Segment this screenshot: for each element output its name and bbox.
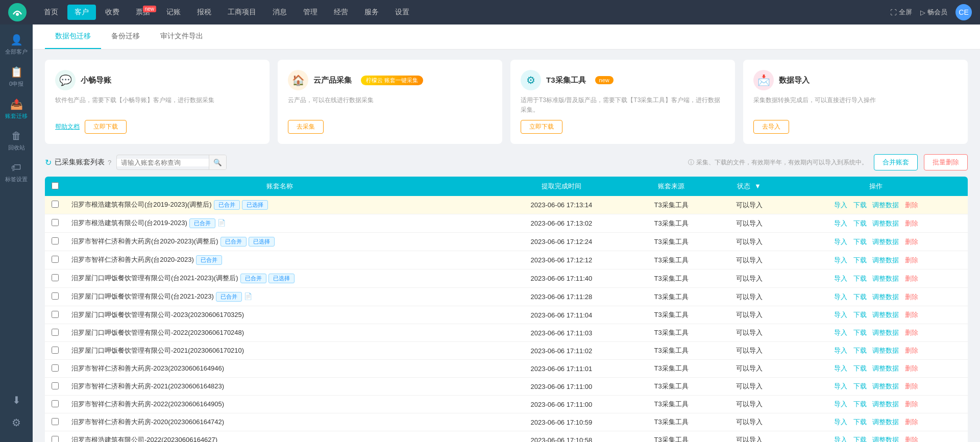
row-checkbox[interactable] bbox=[52, 292, 59, 300]
adjust-link[interactable]: 调整数据 bbox=[872, 293, 899, 301]
import-link[interactable]: 导入 bbox=[834, 311, 847, 318]
download-btn-xiaochangdaozhang[interactable]: 立即下载 bbox=[85, 120, 127, 134]
nav-manage[interactable]: 管理 bbox=[296, 5, 325, 20]
adjust-link[interactable]: 调整数据 bbox=[872, 329, 899, 336]
download-link[interactable]: 下载 bbox=[853, 347, 867, 354]
member-btn[interactable]: ▷ 畅会员 bbox=[920, 8, 947, 17]
download-link[interactable]: 下载 bbox=[853, 238, 867, 245]
adjust-link[interactable]: 调整数据 bbox=[872, 238, 899, 245]
nav-billing[interactable]: 收费 bbox=[98, 5, 127, 20]
nav-home[interactable]: 首页 bbox=[37, 5, 65, 20]
download-btn-t3caiji[interactable]: 立即下载 bbox=[521, 120, 562, 134]
batch-delete-button[interactable]: 批量删除 bbox=[924, 154, 968, 170]
adjust-link[interactable]: 调整数据 bbox=[872, 436, 899, 442]
delete-link[interactable]: 删除 bbox=[905, 219, 918, 227]
import-link[interactable]: 导入 bbox=[834, 293, 847, 301]
import-link[interactable]: 导入 bbox=[834, 347, 847, 354]
download-link[interactable]: 下载 bbox=[853, 329, 867, 336]
download-link[interactable]: 下载 bbox=[853, 436, 867, 442]
tab-data-migration[interactable]: 数据包迁移 bbox=[45, 24, 101, 49]
import-link[interactable]: 导入 bbox=[834, 382, 847, 390]
search-input[interactable] bbox=[117, 159, 209, 166]
delete-link[interactable]: 删除 bbox=[905, 201, 918, 209]
row-checkbox[interactable] bbox=[52, 418, 59, 425]
sidebar-item-tag-settings[interactable]: 🏷 标签设置 bbox=[0, 157, 33, 188]
fullscreen-btn[interactable]: ⛶ 全屏 bbox=[890, 8, 912, 17]
logo[interactable] bbox=[8, 3, 27, 21]
adjust-link[interactable]: 调整数据 bbox=[872, 400, 899, 408]
download-link[interactable]: 下载 bbox=[853, 418, 867, 426]
delete-link[interactable]: 删除 bbox=[905, 238, 918, 245]
help-icon[interactable]: ? bbox=[108, 159, 111, 166]
select-all-checkbox[interactable] bbox=[52, 182, 59, 189]
tab-backup-migration[interactable]: 备份迁移 bbox=[101, 24, 150, 49]
download-link[interactable]: 下载 bbox=[853, 364, 867, 372]
adjust-link[interactable]: 调整数据 bbox=[872, 275, 899, 282]
refresh-icon[interactable]: ↻ bbox=[45, 158, 52, 167]
row-checkbox[interactable] bbox=[52, 256, 59, 263]
adjust-link[interactable]: 调整数据 bbox=[872, 201, 899, 209]
nav-customer[interactable]: 客户 bbox=[67, 5, 96, 20]
row-checkbox[interactable] bbox=[52, 219, 59, 226]
adjust-link[interactable]: 调整数据 bbox=[872, 347, 899, 354]
sidebar-item-all-customers[interactable]: 👤 全部客户 bbox=[0, 29, 33, 61]
sidebar-item-recycle[interactable]: 🗑 回收站 bbox=[0, 125, 33, 157]
status-filter-icon[interactable]: ▼ bbox=[754, 182, 761, 190]
delete-link[interactable]: 删除 bbox=[905, 400, 918, 408]
sidebar-item-user-settings[interactable]: ⚙ bbox=[10, 411, 23, 434]
tab-audit-export[interactable]: 审计文件导出 bbox=[150, 24, 213, 49]
import-link[interactable]: 导入 bbox=[834, 238, 847, 245]
row-checkbox[interactable] bbox=[52, 436, 59, 442]
adjust-link[interactable]: 调整数据 bbox=[872, 311, 899, 318]
sidebar-item-download[interactable]: ⬇ bbox=[10, 389, 23, 411]
row-checkbox[interactable] bbox=[52, 237, 59, 244]
row-checkbox[interactable] bbox=[52, 364, 59, 372]
merge-accounts-button[interactable]: 合并账套 bbox=[874, 154, 918, 170]
delete-link[interactable]: 删除 bbox=[905, 293, 918, 301]
collect-btn-yunchanpin[interactable]: 去采集 bbox=[288, 120, 324, 134]
download-link[interactable]: 下载 bbox=[853, 293, 867, 301]
delete-link[interactable]: 删除 bbox=[905, 364, 918, 372]
file-icon[interactable]: 📄 bbox=[244, 292, 252, 300]
delete-link[interactable]: 删除 bbox=[905, 311, 918, 318]
adjust-link[interactable]: 调整数据 bbox=[872, 364, 899, 372]
import-link[interactable]: 导入 bbox=[834, 275, 847, 282]
download-link[interactable]: 下载 bbox=[853, 219, 867, 227]
delete-link[interactable]: 删除 bbox=[905, 256, 918, 264]
user-avatar[interactable]: CE bbox=[955, 4, 972, 20]
import-link[interactable]: 导入 bbox=[834, 219, 847, 227]
download-link[interactable]: 下载 bbox=[853, 275, 867, 282]
help-doc-link[interactable]: 帮助文档 bbox=[55, 122, 80, 131]
delete-link[interactable]: 删除 bbox=[905, 436, 918, 442]
import-link[interactable]: 导入 bbox=[834, 256, 847, 264]
row-checkbox[interactable] bbox=[52, 329, 59, 336]
download-link[interactable]: 下载 bbox=[853, 201, 867, 209]
adjust-link[interactable]: 调整数据 bbox=[872, 256, 899, 264]
nav-tax[interactable]: 报税 bbox=[190, 5, 218, 20]
file-icon[interactable]: 📄 bbox=[217, 219, 226, 227]
import-link[interactable]: 导入 bbox=[834, 329, 847, 336]
row-checkbox[interactable] bbox=[52, 311, 59, 318]
import-link[interactable]: 导入 bbox=[834, 436, 847, 442]
download-link[interactable]: 下载 bbox=[853, 256, 867, 264]
nav-bookkeeping[interactable]: 记账 bbox=[159, 5, 188, 20]
download-link[interactable]: 下载 bbox=[853, 311, 867, 318]
delete-link[interactable]: 删除 bbox=[905, 275, 918, 282]
sidebar-item-account-migration[interactable]: 📤 账套迁移 bbox=[0, 93, 33, 125]
nav-settings[interactable]: 设置 bbox=[388, 5, 416, 20]
adjust-link[interactable]: 调整数据 bbox=[872, 382, 899, 390]
import-link[interactable]: 导入 bbox=[834, 400, 847, 408]
nav-industry[interactable]: 工商项目 bbox=[220, 5, 263, 20]
delete-link[interactable]: 删除 bbox=[905, 418, 918, 426]
nav-message[interactable]: 消息 bbox=[265, 5, 294, 20]
delete-link[interactable]: 删除 bbox=[905, 382, 918, 390]
nav-service[interactable]: 服务 bbox=[357, 5, 386, 20]
row-checkbox[interactable] bbox=[52, 382, 59, 389]
adjust-link[interactable]: 调整数据 bbox=[872, 219, 899, 227]
delete-link[interactable]: 删除 bbox=[905, 347, 918, 354]
download-link[interactable]: 下载 bbox=[853, 382, 867, 390]
sidebar-item-zero-declaration[interactable]: 📋 0申报 bbox=[0, 61, 33, 93]
search-button[interactable]: 🔍 bbox=[209, 155, 226, 169]
adjust-link[interactable]: 调整数据 bbox=[872, 418, 899, 426]
row-checkbox[interactable] bbox=[52, 201, 59, 208]
